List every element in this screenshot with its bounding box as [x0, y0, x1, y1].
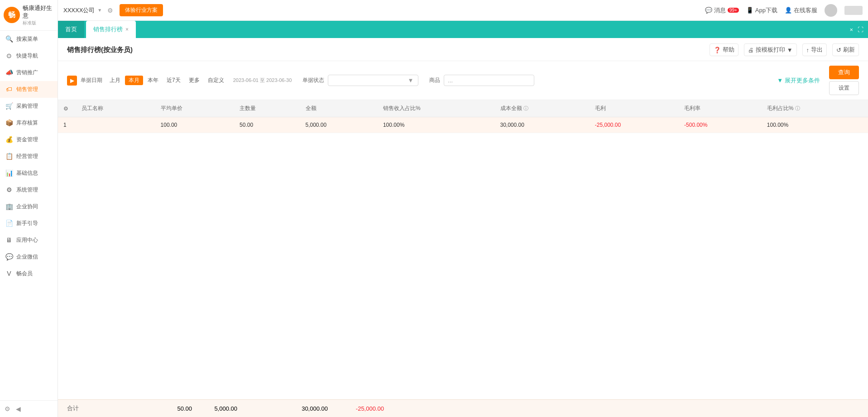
col-employee-name: 员工名称: [76, 100, 155, 117]
settings-btn[interactable]: 设置: [829, 81, 859, 95]
sidebar-item-7[interactable]: 📋经营管理: [0, 148, 58, 165]
sidebar-item-2[interactable]: 📣营销推广: [0, 64, 58, 81]
sidebar-item-14[interactable]: V畅会员: [0, 265, 58, 282]
page-title: 销售排行榜(按业务员): [67, 46, 133, 59]
company-selector[interactable]: XXXXX公司 ▼: [63, 6, 102, 14]
online-service-btn[interactable]: 👤 在线客服: [785, 6, 817, 14]
tab-home[interactable]: 首页: [58, 21, 84, 38]
app-download-label: App下载: [755, 6, 777, 14]
main-area: XXXXX公司 ▼ ⚙ 体验行业方案 💬 消息 99+ 📱 App下载 👤 在线…: [58, 0, 868, 417]
table-header-row: ⚙ 员工名称 平均单价 主数量 全额 销售收入占比% 成本全额 ⓘ 毛利 毛利率: [58, 100, 868, 117]
expand-more-btn[interactable]: ▼ 展开更多条件: [777, 77, 820, 85]
nav-label-7: 经营管理: [16, 153, 38, 160]
nav-icon-12: 🖥: [5, 236, 13, 244]
tab-close-icon[interactable]: ×: [125, 26, 129, 33]
sidebar-item-10[interactable]: 🏢企业协同: [0, 198, 58, 215]
print-chevron-icon: ▼: [787, 47, 793, 53]
service-icon: 👤: [785, 7, 792, 14]
cell-profit-rate: -500.00%: [679, 117, 762, 133]
window-close-icon[interactable]: ×: [849, 26, 853, 33]
cost-info-icon[interactable]: ⓘ: [523, 105, 528, 111]
app-download-btn[interactable]: 📱 App下载: [746, 6, 777, 14]
topbar-gear-icon[interactable]: ⚙: [107, 7, 113, 14]
goods-placeholder: ...: [448, 77, 453, 84]
data-table: ⚙ 员工名称 平均单价 主数量 全额 销售收入占比% 成本全额 ⓘ 毛利 毛利率: [58, 100, 868, 133]
page-header: 销售排行榜(按业务员) ❓ 帮助 🖨 按模板打印 ▼ ↑ 导出 ↺ 刷新: [58, 38, 868, 61]
export-icon: ↑: [806, 47, 810, 53]
tab-sales-rank[interactable]: 销售排行榜 ×: [86, 21, 136, 38]
export-btn[interactable]: ↑ 导出: [802, 43, 827, 56]
cell-avg-price: 100.00: [155, 117, 235, 133]
col-settings-icon[interactable]: ⚙: [58, 100, 76, 117]
sidebar-item-3[interactable]: 🏷销售管理: [0, 81, 58, 98]
query-btn[interactable]: 查询: [829, 66, 859, 79]
footer-profit: -25,000.00: [339, 405, 384, 412]
online-service-label: 在线客服: [794, 6, 817, 14]
sidebar-bottom: ⚙ ◀: [0, 400, 58, 417]
sidebar-item-13[interactable]: 💬企业微信: [0, 249, 58, 265]
help-btn[interactable]: ❓ 帮助: [710, 43, 739, 56]
nav-icon-4: 🛒: [5, 102, 13, 110]
nav-icon-13: 💬: [5, 253, 13, 260]
tabbar-right: × ⛶: [849, 26, 868, 33]
date-current-month[interactable]: 本月: [125, 76, 143, 85]
nav-label-1: 快捷导航: [16, 52, 38, 60]
status-select[interactable]: ▼: [328, 75, 418, 86]
print-icon: 🖨: [748, 47, 754, 53]
nav-label-6: 资金管理: [16, 136, 38, 144]
sidebar-item-9[interactable]: ⚙系统管理: [0, 182, 58, 198]
sidebar-item-1[interactable]: ⊙快捷导航: [0, 48, 58, 64]
date-more[interactable]: 更多: [185, 76, 203, 85]
nav-icon-1: ⊙: [5, 52, 13, 59]
sidebar-item-0[interactable]: 🔍搜索菜单: [0, 31, 58, 48]
nav-icon-0: 🔍: [5, 35, 13, 43]
nav-icon-9: ⚙: [5, 186, 13, 193]
col-quantity: 主数量: [234, 100, 300, 117]
tab-sales-rank-label: 销售排行榜: [93, 25, 123, 34]
nav-label-8: 基础信息: [16, 169, 38, 177]
sidebar-item-4[interactable]: 🛒采购管理: [0, 98, 58, 115]
nav-label-10: 企业协同: [16, 203, 38, 211]
nav-label-0: 搜索菜单: [16, 35, 38, 43]
nav-icon-2: 📣: [5, 69, 13, 76]
table-footer: 合计 50.00 5,000.00 30,000.00 -25,000.00: [58, 399, 868, 417]
topbar: XXXXX公司 ▼ ⚙ 体验行业方案 💬 消息 99+ 📱 App下载 👤 在线…: [58, 0, 868, 21]
notification-btn[interactable]: 💬 消息 99+: [705, 6, 739, 14]
col-profit-rate: 毛利率: [679, 100, 762, 117]
refresh-btn[interactable]: ↺ 刷新: [832, 43, 859, 56]
user-name-placeholder: [844, 6, 863, 15]
print-btn[interactable]: 🖨 按模板打印 ▼: [744, 43, 797, 56]
expand-more-area: ▼ 展开更多条件: [777, 77, 820, 85]
tabbar: 首页 销售排行榜 × × ⛶: [58, 21, 868, 38]
profit-pct-info-icon[interactable]: ⓘ: [795, 105, 800, 111]
industry-btn[interactable]: 体验行业方案: [120, 4, 163, 16]
goods-label: 商品: [429, 77, 440, 84]
logo-area: 畅 畅康通好生意 标准版: [0, 0, 58, 31]
avatar[interactable]: [825, 4, 837, 17]
date-7days[interactable]: 近7天: [163, 76, 184, 85]
page-actions: ❓ 帮助 🖨 按模板打印 ▼ ↑ 导出 ↺ 刷新: [710, 43, 859, 61]
filter-toggle-btn[interactable]: ▶: [67, 76, 77, 86]
nav-label-2: 营销推广: [16, 69, 38, 77]
nav-label-4: 采购管理: [16, 102, 38, 110]
sidebar-item-8[interactable]: 📊基础信息: [0, 165, 58, 182]
date-year[interactable]: 本年: [144, 76, 162, 85]
footer-amount: 5,000.00: [203, 405, 248, 412]
sidebar-item-6[interactable]: 💰资金管理: [0, 131, 58, 148]
sidebar-item-11[interactable]: 📄新手引导: [0, 215, 58, 232]
col-profit: 毛利: [590, 100, 679, 117]
date-prev-month[interactable]: 上月: [106, 76, 124, 85]
goods-input[interactable]: ...: [444, 75, 534, 86]
window-maximize-icon[interactable]: ⛶: [858, 26, 863, 33]
query-area: 查询 设置: [829, 66, 859, 95]
settings-icon[interactable]: ⚙: [5, 405, 10, 412]
collapse-icon[interactable]: ◀: [16, 405, 21, 412]
date-tabs: 上月 本月 本年 近7天 更多 自定义: [106, 76, 228, 85]
col-amount: 全额: [300, 100, 378, 117]
nav-icon-14: V: [5, 270, 13, 277]
sidebar-item-12[interactable]: 🖥应用中心: [0, 232, 58, 249]
nav-label-13: 企业微信: [16, 253, 38, 261]
sidebar-item-5[interactable]: 📦库存核算: [0, 115, 58, 131]
date-custom[interactable]: 自定义: [204, 76, 228, 85]
nav-icon-3: 🏷: [5, 86, 13, 93]
